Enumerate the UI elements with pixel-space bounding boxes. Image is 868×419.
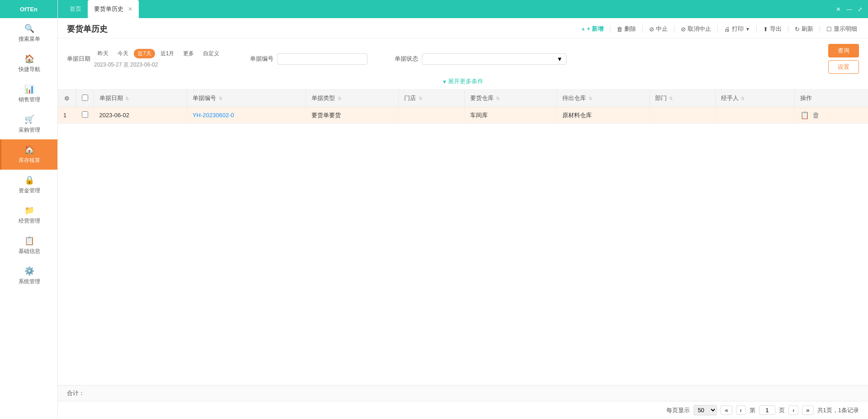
sidebar-item-sales[interactable]: 📊 销售管理	[0, 79, 57, 109]
print-button[interactable]: 🖨 打印 ▼	[722, 25, 752, 33]
sidebar-item-label: 系统管理	[19, 278, 40, 286]
sort-type-icon: ⇅	[338, 96, 341, 101]
page-number-input[interactable]	[759, 405, 775, 415]
select-all-checkbox[interactable]	[82, 95, 88, 101]
print-label: 打印	[732, 25, 744, 33]
sort-dept-icon: ⇅	[669, 96, 673, 101]
row-no: YH-20230602-0	[187, 107, 306, 124]
row-delete-btn[interactable]: 🗑	[812, 111, 820, 119]
quick-nav-icon: 🏠	[24, 54, 34, 64]
divider4	[717, 25, 718, 33]
filter-actions: 查询 设置	[828, 44, 859, 74]
row-checkbox[interactable]	[82, 111, 88, 118]
sidebar-item-search-menu[interactable]: 🔍 搜索菜单	[0, 18, 57, 48]
show-detail-label: 显示明细	[834, 25, 857, 33]
sidebar-item-operations[interactable]: 📁 经营管理	[0, 200, 57, 230]
divider6	[788, 25, 788, 33]
shortcut-today[interactable]: 今天	[114, 49, 132, 58]
page-label-before: 第	[750, 406, 755, 414]
tab-home[interactable]: 首页	[63, 0, 88, 18]
col-pending-warehouse[interactable]: 待出仓库 ⇅	[557, 90, 649, 107]
tab-close-icon[interactable]: ✕	[128, 6, 132, 12]
date-filter: 单据日期 昨天 今天 近7天 近1月 更多 自定义 2023-05-27 至 2…	[67, 49, 223, 69]
export-button[interactable]: ⬆ 导出	[761, 25, 783, 33]
table-footer: 合计：	[58, 385, 868, 401]
header-buttons: + + 新增 🗑 删除 ⊘ 中止 ⊘ 取消中止	[580, 25, 859, 33]
query-button[interactable]: 查询	[828, 44, 859, 57]
stop-icon: ⊘	[649, 26, 654, 33]
col-store[interactable]: 门店 ⇅	[398, 90, 464, 107]
first-page-btn[interactable]: «	[721, 405, 732, 415]
shortcut-custom[interactable]: 自定义	[199, 49, 223, 58]
window-minimize-btn[interactable]: —	[846, 6, 852, 13]
stop-button[interactable]: ⊘ 中止	[647, 25, 670, 33]
expand-more-icon: ▾	[443, 78, 446, 85]
col-handler[interactable]: 经手人 ⇅	[715, 90, 794, 107]
sidebar-item-system[interactable]: ⚙️ 系统管理	[0, 261, 57, 291]
date-range-display: 2023-05-27 至 2023-06-02	[94, 61, 223, 69]
sidebar-item-quick-nav[interactable]: 🏠 快捷导航	[0, 48, 57, 79]
shortcut-month[interactable]: 近1月	[157, 49, 178, 58]
settings-button[interactable]: 设置	[828, 60, 859, 74]
add-button[interactable]: + + 新增	[580, 25, 605, 33]
sidebar-item-finance[interactable]: 🔒 资金管理	[0, 170, 57, 200]
col-checkbox	[76, 90, 94, 107]
col-dept[interactable]: 部门 ⇅	[649, 90, 715, 107]
prev-page-btn[interactable]: ‹	[736, 405, 746, 415]
operations-icon: 📁	[24, 205, 34, 215]
expand-more-btn[interactable]: ▾ 展开更多条件	[67, 77, 859, 86]
stop-label: 中止	[656, 25, 668, 33]
show-detail-button[interactable]: ☐ 显示明细	[825, 25, 859, 33]
col-date[interactable]: 单据日期 ⇅	[94, 90, 187, 107]
page-title: 要货单历史	[67, 24, 108, 34]
shortcut-yesterday[interactable]: 昨天	[94, 49, 112, 58]
delete-button[interactable]: 🗑 删除	[615, 25, 638, 33]
col-type[interactable]: 单据类型 ⇅	[306, 90, 398, 107]
divider2	[642, 25, 643, 33]
row-pending-warehouse: 原材料仓库	[557, 107, 649, 124]
last-page-btn[interactable]: »	[802, 405, 813, 415]
sidebar-item-purchase[interactable]: 🛒 采购管理	[0, 109, 57, 139]
search-menu-icon: 🔍	[24, 24, 34, 33]
row-index: 1	[58, 107, 76, 124]
col-req-warehouse[interactable]: 要货仓库 ⇅	[464, 90, 557, 107]
window-close-btn[interactable]: ✕	[836, 6, 841, 13]
divider5	[756, 25, 757, 33]
page-label-after: 页	[779, 406, 785, 414]
checkbox-detail-icon: ☐	[826, 26, 832, 33]
purchase-icon: 🛒	[24, 114, 34, 124]
refresh-icon: ↻	[795, 26, 800, 33]
cancel-stop-button[interactable]: ⊘ 取消中止	[679, 25, 713, 33]
page-size-select[interactable]: 50 10 20 100	[693, 405, 717, 415]
next-page-btn[interactable]: ›	[788, 405, 798, 415]
sidebar-item-label: 快捷导航	[19, 66, 40, 73]
sidebar-item-basic-info[interactable]: 📋 基础信息	[0, 230, 57, 261]
row-no-link[interactable]: YH-20230602-0	[193, 112, 234, 119]
tab-yaohuodan-label: 要货单历史	[94, 5, 123, 13]
date-label: 单据日期	[67, 55, 90, 63]
col-no[interactable]: 单据编号 ⇅	[187, 90, 306, 107]
shortcut-more[interactable]: 更多	[179, 49, 198, 58]
order-no-input[interactable]	[277, 53, 368, 65]
status-filter: 单据状态 ▼	[395, 53, 815, 65]
row-edit-btn[interactable]: 📋	[800, 111, 809, 119]
row-handler	[715, 107, 794, 124]
divider1	[610, 25, 610, 33]
refresh-button[interactable]: ↻ 刷新	[793, 25, 815, 33]
table-header-row: ⚙ 单据日期 ⇅ 单据编号 ⇅ 单据类型 ⇅ 门店 ⇅ 要货仓库 ⇅ 待出仓库 …	[58, 90, 868, 107]
sales-icon: 📊	[24, 84, 34, 94]
col-settings[interactable]: ⚙	[58, 90, 76, 107]
system-icon: ⚙️	[24, 266, 34, 276]
divider3	[674, 25, 675, 33]
row-date: 2023-06-02	[94, 107, 187, 124]
sidebar-item-label: 搜索菜单	[19, 35, 40, 43]
tab-yaohuodan[interactable]: 要货单历史 ✕	[88, 0, 139, 18]
sidebar-item-inventory[interactable]: 🏠 库存核算	[0, 139, 57, 170]
inventory-icon: 🏠	[24, 145, 34, 155]
sort-handler-icon: ⇅	[741, 96, 745, 101]
shortcut-week[interactable]: 近7天	[134, 49, 155, 58]
window-maximize-btn[interactable]: ⤢	[858, 6, 863, 13]
status-select[interactable]: ▼	[422, 53, 566, 65]
table-container: ⚙ 单据日期 ⇅ 单据编号 ⇅ 单据类型 ⇅ 门店 ⇅ 要货仓库 ⇅ 待出仓库 …	[58, 90, 868, 385]
print-icon: 🖨	[724, 26, 730, 33]
